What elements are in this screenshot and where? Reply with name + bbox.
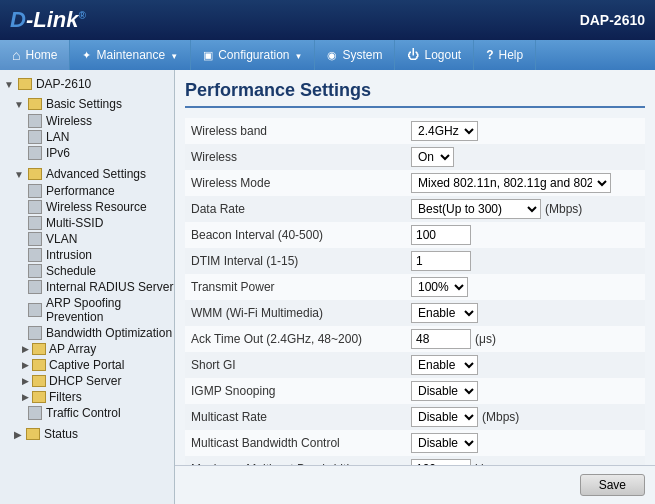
traffic-icon <box>28 406 42 420</box>
logo-d: D <box>10 7 26 32</box>
nav-home[interactable]: Home <box>0 40 70 70</box>
status-header[interactable]: ▶ Status <box>0 425 174 443</box>
max-multicast-label: Maximum Multicast Bandwidth <box>185 456 405 465</box>
sidebar-item-lan[interactable]: LAN <box>0 129 174 145</box>
sidebar-item-wireless[interactable]: Wireless <box>0 113 174 129</box>
sidebar-item-filters[interactable]: ▶ Filters <box>0 389 174 405</box>
transmit-power-value: 100%50%25% <box>405 274 645 300</box>
multi-ssid-label: Multi-SSID <box>46 216 103 230</box>
ap-array-folder-icon <box>32 343 46 355</box>
advanced-settings-header[interactable]: ▼ Advanced Settings <box>0 165 174 183</box>
wmm-select[interactable]: EnableDisable <box>411 303 478 323</box>
wrench-icon <box>82 48 91 62</box>
nav-system[interactable]: System <box>315 40 395 70</box>
lan-label: LAN <box>46 130 69 144</box>
data-rate-select[interactable]: Best(Up to 300) <box>411 199 541 219</box>
vlan-label: VLAN <box>46 232 77 246</box>
multicast-rate-suffix: (Mbps) <box>482 410 519 424</box>
wireless-mode-select[interactable]: Mixed 802.11n, 802.11g and 802.11b <box>411 173 611 193</box>
internal-radius-icon <box>28 280 42 294</box>
basic-folder-icon <box>28 98 42 110</box>
nav-configuration[interactable]: Configuration <box>191 40 315 70</box>
sidebar-item-internal-radius[interactable]: Internal RADIUS Server <box>0 279 174 295</box>
wireless-resource-icon <box>28 200 42 214</box>
transmit-power-select[interactable]: 100%50%25% <box>411 277 468 297</box>
sidebar-item-ipv6[interactable]: IPv6 <box>0 145 174 161</box>
sidebar-item-bandwidth-opt[interactable]: Bandwidth Optimization <box>0 325 174 341</box>
configuration-icon <box>203 48 213 62</box>
short-gi-label: Short GI <box>185 352 405 378</box>
ack-timeout-suffix: (μs) <box>475 332 496 346</box>
sidebar-item-multi-ssid[interactable]: Multi-SSID <box>0 215 174 231</box>
dtim-interval-input[interactable] <box>411 251 471 271</box>
settings-content: Performance Settings Wireless band 2.4GH… <box>175 70 655 465</box>
arp-spoofing-icon <box>28 303 42 317</box>
logo-link: Link <box>33 7 78 32</box>
sidebar-item-intrusion[interactable]: Intrusion <box>0 247 174 263</box>
basic-settings-header[interactable]: ▼ Basic Settings <box>0 95 174 113</box>
basic-expand-icon: ▼ <box>14 99 24 110</box>
sidebar-item-performance[interactable]: Performance <box>0 183 174 199</box>
wireless-band-select[interactable]: 2.4GHz5GHz <box>411 121 478 141</box>
status-group: ▶ Status <box>0 423 174 445</box>
sidebar-item-traffic-control[interactable]: Traffic Control <box>0 405 174 421</box>
root-expand-icon: ▼ <box>4 79 14 90</box>
performance-icon <box>28 184 42 198</box>
sidebar: ▼ DAP-2610 ▼ Basic Settings Wireless LAN <box>0 70 175 504</box>
sidebar-root-label: DAP-2610 <box>36 77 91 91</box>
multicast-bw-select[interactable]: DisableEnable <box>411 433 478 453</box>
data-rate-label: Data Rate <box>185 196 405 222</box>
basic-settings-group: ▼ Basic Settings Wireless LAN IPv6 <box>0 93 174 163</box>
dtim-interval-value <box>405 248 645 274</box>
sidebar-item-vlan[interactable]: VLAN <box>0 231 174 247</box>
dhcp-server-label: DHCP Server <box>49 374 121 388</box>
sidebar-root[interactable]: ▼ DAP-2610 <box>0 75 174 93</box>
logout-icon <box>407 48 419 62</box>
logo: D-Link® <box>10 7 86 33</box>
save-area: Save <box>175 465 655 504</box>
table-row: Maximum Multicast Bandwidth kbps <box>185 456 645 465</box>
multicast-rate-select[interactable]: Disable <box>411 407 478 427</box>
intrusion-icon <box>28 248 42 262</box>
traffic-control-label: Traffic Control <box>46 406 121 420</box>
settings-table: Wireless band 2.4GHz5GHz Wireless OnOff <box>185 118 645 465</box>
igmp-value: DisableEnable <box>405 378 645 404</box>
filters-folder-icon <box>32 391 46 403</box>
schedule-label: Schedule <box>46 264 96 278</box>
advanced-settings-group: ▼ Advanced Settings Performance Wireless… <box>0 163 174 423</box>
main-layout: ▼ DAP-2610 ▼ Basic Settings Wireless LAN <box>0 70 655 504</box>
page-title: Performance Settings <box>185 80 645 108</box>
vlan-icon <box>28 232 42 246</box>
internal-radius-label: Internal RADIUS Server <box>46 280 173 294</box>
nav-help[interactable]: Help <box>474 40 536 70</box>
igmp-select[interactable]: DisableEnable <box>411 381 478 401</box>
sidebar-item-dhcp-server[interactable]: ▶ DHCP Server <box>0 373 174 389</box>
sidebar-item-arp-spoofing[interactable]: ARP Spoofing Prevention <box>0 295 174 325</box>
wireless-resource-label: Wireless Resource <box>46 200 147 214</box>
status-label: Status <box>44 427 78 441</box>
sidebar-item-wireless-resource[interactable]: Wireless Resource <box>0 199 174 215</box>
nav-maintenance[interactable]: Maintenance <box>70 40 191 70</box>
arp-spoofing-label: ARP Spoofing Prevention <box>46 296 174 324</box>
configuration-label: Configuration <box>218 48 289 62</box>
header: D-Link® DAP-2610 <box>0 0 655 40</box>
sidebar-item-schedule[interactable]: Schedule <box>0 263 174 279</box>
wireless-mode-label: Wireless Mode <box>185 170 405 196</box>
transmit-power-label: Transmit Power <box>185 274 405 300</box>
wireless-select[interactable]: OnOff <box>411 147 454 167</box>
table-row: WMM (Wi-Fi Multimedia) EnableDisable <box>185 300 645 326</box>
nav-logout[interactable]: Logout <box>395 40 474 70</box>
ack-timeout-input[interactable] <box>411 329 471 349</box>
short-gi-select[interactable]: EnableDisable <box>411 355 478 375</box>
short-gi-value: EnableDisable <box>405 352 645 378</box>
captive-portal-label: Captive Portal <box>49 358 124 372</box>
save-button[interactable]: Save <box>580 474 645 496</box>
beacon-interval-input[interactable] <box>411 225 471 245</box>
root-folder-icon <box>18 78 32 90</box>
multi-ssid-icon <box>28 216 42 230</box>
sidebar-item-ap-array[interactable]: ▶ AP Array <box>0 341 174 357</box>
table-row: Wireless Mode Mixed 802.11n, 802.11g and… <box>185 170 645 196</box>
advanced-settings-label: Advanced Settings <box>46 167 146 181</box>
table-row: Data Rate Best(Up to 300) (Mbps) <box>185 196 645 222</box>
sidebar-item-captive-portal[interactable]: ▶ Captive Portal <box>0 357 174 373</box>
